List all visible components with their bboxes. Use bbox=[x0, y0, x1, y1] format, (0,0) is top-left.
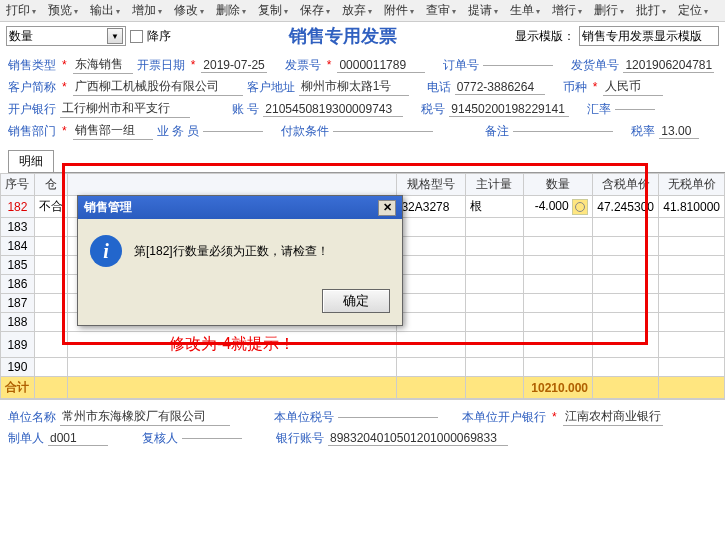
val-company[interactable]: 常州市东海橡胶厂有限公司 bbox=[60, 408, 230, 426]
lbl-remark: 备注 bbox=[485, 123, 509, 140]
val-account[interactable]: 2105450819300009743 bbox=[263, 102, 403, 117]
desc-checkbox[interactable] bbox=[130, 30, 143, 43]
lbl-maker: 制单人 bbox=[8, 430, 44, 447]
val-invoice-no[interactable]: 0000011789 bbox=[337, 58, 425, 73]
val-tax-rate[interactable]: 13.00 bbox=[659, 124, 699, 139]
val-reviewer[interactable] bbox=[182, 438, 242, 439]
sort-field-dropdown[interactable]: 数量 ▼ bbox=[6, 26, 126, 46]
dialog-titlebar[interactable]: 销售管理 ✕ bbox=[78, 196, 402, 219]
lbl-invoice-date: 开票日期 bbox=[137, 57, 185, 74]
th-ptax[interactable]: 含税单价 bbox=[593, 174, 659, 196]
val-sale-type[interactable]: 东海销售 bbox=[73, 56, 133, 74]
toolbar-复制[interactable]: 复制▾ bbox=[252, 0, 294, 21]
val-dept[interactable]: 销售部一组 bbox=[73, 122, 153, 140]
toolbar-删除[interactable]: 删除▾ bbox=[210, 0, 252, 21]
toolbar-放弃[interactable]: 放弃▾ bbox=[336, 0, 378, 21]
toolbar-预览[interactable]: 预览▾ bbox=[42, 0, 84, 21]
lbl-phone: 电话 bbox=[427, 79, 451, 96]
val-cust-abbr[interactable]: 广西柳工机械股份有限公司 bbox=[73, 78, 243, 96]
desc-label: 降序 bbox=[147, 28, 171, 45]
lbl-bank-acct: 银行账号 bbox=[276, 430, 324, 447]
lbl-tax-no: 税号 bbox=[421, 101, 445, 118]
tabs: 明细 bbox=[8, 150, 725, 173]
th-c1[interactable]: 仓 bbox=[34, 174, 67, 196]
val-bank[interactable]: 工行柳州市和平支行 bbox=[60, 100, 190, 118]
lbl-cust-abbr: 客户简称 bbox=[8, 79, 56, 96]
form-area: 销售类型* 东海销售 开票日期* 2019-07-25 发票号* 0000011… bbox=[0, 50, 725, 146]
lbl-unit-bank: 本单位开户银行 bbox=[462, 409, 546, 426]
chevron-down-icon[interactable]: ▼ bbox=[107, 28, 123, 44]
lbl-invoice-no: 发票号 bbox=[285, 57, 321, 74]
lbl-unit-tax: 本单位税号 bbox=[274, 409, 334, 426]
lbl-sale-type: 销售类型 bbox=[8, 57, 56, 74]
lbl-cust-addr: 客户地址 bbox=[247, 79, 295, 96]
lbl-tax-rate: 税率 bbox=[631, 123, 655, 140]
val-invoice-date[interactable]: 2019-07-25 bbox=[201, 58, 266, 73]
val-remark[interactable] bbox=[513, 131, 613, 132]
lbl-rate: 汇率 bbox=[587, 101, 611, 118]
table-row[interactable]: 190 bbox=[1, 358, 725, 377]
val-pay-term[interactable] bbox=[333, 131, 433, 132]
sum-row: 合计10210.000 bbox=[1, 377, 725, 399]
th-pnotax[interactable]: 无税单价 bbox=[659, 174, 725, 196]
lbl-dept: 销售部门 bbox=[8, 123, 56, 140]
val-order-no[interactable] bbox=[483, 65, 553, 66]
dialog-message: 第[182]行数量必须为正数，请检查！ bbox=[134, 243, 329, 260]
th-seq[interactable]: 序号 bbox=[1, 174, 35, 196]
toolbar-查审[interactable]: 查审▾ bbox=[420, 0, 462, 21]
th-gap bbox=[67, 174, 397, 196]
toolbar-输出[interactable]: 输出▾ bbox=[84, 0, 126, 21]
val-salesman[interactable] bbox=[203, 131, 263, 132]
th-qty[interactable]: 数量 bbox=[523, 174, 592, 196]
val-unit-tax[interactable] bbox=[338, 417, 438, 418]
th-spec[interactable]: 规格型号 bbox=[397, 174, 465, 196]
tab-detail[interactable]: 明细 bbox=[8, 150, 54, 172]
sort-field-value: 数量 bbox=[9, 28, 33, 45]
lbl-reviewer: 复核人 bbox=[142, 430, 178, 447]
toolbar-增加[interactable]: 增加▾ bbox=[126, 0, 168, 21]
val-tax-no[interactable]: 91450200198229141 bbox=[449, 102, 569, 117]
lbl-account: 账 号 bbox=[232, 101, 259, 118]
dialog-title: 销售管理 bbox=[84, 199, 132, 216]
val-bank-acct[interactable]: 8983204010501201000069833 bbox=[328, 431, 508, 446]
val-unit-bank[interactable]: 江南农村商业银行 bbox=[563, 408, 663, 426]
val-ship-no[interactable]: 1201906204781 bbox=[623, 58, 714, 73]
lbl-salesman: 业 务 员 bbox=[157, 123, 200, 140]
message-dialog: 销售管理 ✕ i 第[182]行数量必须为正数，请检查！ 确定 bbox=[77, 195, 403, 326]
lbl-currency: 币种 bbox=[563, 79, 587, 96]
ok-button[interactable]: 确定 bbox=[322, 289, 390, 313]
header-row: 数量 ▼ 降序 销售专用发票 显示模版： 销售专用发票显示模版 bbox=[0, 22, 725, 50]
toolbar-保存[interactable]: 保存▾ bbox=[294, 0, 336, 21]
th-unit[interactable]: 主计量 bbox=[465, 174, 523, 196]
annotation-text: 修改为-4就提示！ bbox=[169, 335, 295, 352]
toolbar-生单[interactable]: 生单▾ bbox=[504, 0, 546, 21]
main-toolbar: 打印▾预览▾输出▾增加▾修改▾删除▾复制▾保存▾放弃▾附件▾查审▾提请▾生单▾增… bbox=[0, 0, 725, 22]
val-maker[interactable]: d001 bbox=[48, 431, 108, 446]
page-title: 销售专用发票 bbox=[289, 24, 397, 48]
lbl-bank: 开户银行 bbox=[8, 101, 56, 118]
toolbar-增行[interactable]: 增行▾ bbox=[546, 0, 588, 21]
toolbar-批打[interactable]: 批打▾ bbox=[630, 0, 672, 21]
table-row[interactable]: 189修改为-4就提示！ bbox=[1, 332, 725, 358]
val-phone[interactable]: 0772-3886264 bbox=[455, 80, 545, 95]
info-icon: i bbox=[90, 235, 122, 267]
template-label: 显示模版： bbox=[515, 28, 575, 45]
toolbar-提请[interactable]: 提请▾ bbox=[462, 0, 504, 21]
toolbar-定位[interactable]: 定位▾ bbox=[672, 0, 714, 21]
toolbar-附件[interactable]: 附件▾ bbox=[378, 0, 420, 21]
lbl-pay-term: 付款条件 bbox=[281, 123, 329, 140]
val-rate[interactable] bbox=[615, 109, 655, 110]
lbl-order-no: 订单号 bbox=[443, 57, 479, 74]
val-currency[interactable]: 人民币 bbox=[603, 78, 663, 96]
toolbar-删行[interactable]: 删行▾ bbox=[588, 0, 630, 21]
template-select[interactable]: 销售专用发票显示模版 bbox=[579, 26, 719, 46]
lbl-company: 单位名称 bbox=[8, 409, 56, 426]
val-cust-addr[interactable]: 柳州市柳太路1号 bbox=[299, 78, 409, 96]
lbl-ship-no: 发货单号 bbox=[571, 57, 619, 74]
toolbar-修改[interactable]: 修改▾ bbox=[168, 0, 210, 21]
close-icon[interactable]: ✕ bbox=[378, 200, 396, 216]
bottom-form: 单位名称 常州市东海橡胶厂有限公司 本单位税号 本单位开户银行* 江南农村商业银… bbox=[0, 399, 725, 455]
toolbar-打印[interactable]: 打印▾ bbox=[0, 0, 42, 21]
search-icon[interactable] bbox=[572, 199, 588, 215]
